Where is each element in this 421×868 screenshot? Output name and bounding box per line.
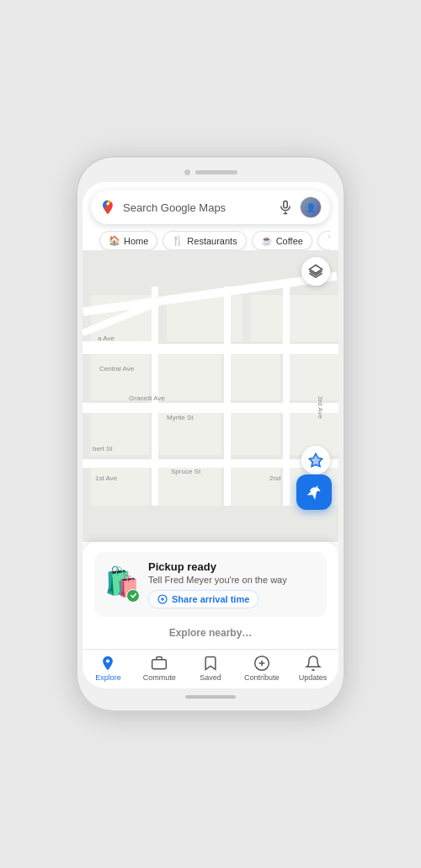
maps-logo-icon [99, 199, 116, 216]
map-area[interactable]: a Ave Central Ave Granelli Ave Myrtle St… [83, 250, 338, 542]
svg-rect-7 [91, 354, 150, 400]
svg-point-43 [106, 659, 109, 662]
restaurants-chip-icon: 🍴 [172, 235, 184, 246]
svg-rect-8 [158, 354, 221, 400]
commute-nav-icon [151, 655, 168, 672]
mic-icon[interactable] [278, 200, 293, 215]
search-input-text[interactable]: Search Google Maps [123, 201, 271, 214]
svg-text:Granelli Ave: Granelli Ave [129, 394, 166, 402]
check-badge [126, 589, 140, 603]
chip-restaurants-label: Restaurants [187, 236, 237, 246]
nav-label-contribute: Contribute [244, 673, 280, 682]
search-bar[interactable]: Search Google Maps 👤 [91, 190, 330, 224]
svg-rect-25 [283, 287, 290, 506]
chip-coffee-label: Coffee [276, 236, 303, 246]
updates-nav-icon [305, 655, 322, 672]
contribute-nav-icon [253, 655, 270, 672]
svg-rect-17 [230, 468, 280, 506]
svg-rect-15 [91, 468, 150, 506]
camera-dot [184, 169, 190, 175]
svg-text:a Ave: a Ave [98, 335, 115, 342]
pickup-card: 🛍️ Pickup ready Tell Fred Meyer you're o… [94, 552, 327, 617]
svg-rect-13 [230, 413, 280, 455]
nav-label-updates: Updates [299, 673, 328, 682]
navigation-button[interactable] [296, 474, 332, 510]
svg-marker-39 [310, 454, 322, 467]
chip-home-label: Home [124, 236, 148, 246]
speaker [195, 170, 237, 174]
home-indicator [185, 695, 236, 699]
location-button[interactable] [301, 446, 330, 474]
nav-label-explore: Explore [95, 673, 121, 682]
top-bar [83, 166, 338, 182]
svg-text:Central Ave: Central Ave [99, 365, 135, 372]
pickup-title: Pickup ready [148, 560, 317, 573]
svg-text:Spruce St: Spruce St [171, 468, 201, 475]
svg-text:Myrtle St: Myrtle St [167, 414, 194, 421]
bottom-nav: Explore Commute Saved [83, 649, 338, 689]
coffee-chip-icon: ☕ [261, 235, 273, 246]
svg-text:bert St: bert St [93, 445, 113, 453]
turn-icon [305, 483, 323, 501]
bottom-card: 🛍️ Pickup ready Tell Fred Meyer you're o… [83, 542, 338, 649]
chip-bars[interactable]: 🍸 B… [317, 231, 330, 250]
svg-text:2nd: 2nd [269, 474, 280, 482]
bars-chip-icon: 🍸 [327, 235, 330, 246]
home-chip-icon: 🏠 [109, 235, 120, 246]
pickup-info: Pickup ready Tell Fred Meyer you're on t… [148, 560, 317, 608]
checkmark-icon [130, 592, 137, 599]
svg-rect-20 [83, 403, 338, 413]
screen: Search Google Maps 👤 🏠 Home [83, 182, 338, 689]
svg-rect-6 [251, 295, 338, 341]
svg-text:3rd Ave: 3rd Ave [317, 396, 324, 420]
phone-shell: Search Google Maps 👤 🏠 Home [76, 156, 345, 712]
svg-rect-24 [224, 287, 231, 506]
svg-rect-10 [289, 354, 338, 400]
pickup-subtitle: Tell Fred Meyer you're on the way [148, 575, 317, 585]
svg-rect-44 [152, 660, 167, 669]
explore-nav-icon [99, 655, 116, 672]
nav-item-commute[interactable]: Commute [141, 655, 178, 682]
avatar-image: 👤 [301, 197, 321, 217]
chip-coffee[interactable]: ☕ Coffee [252, 231, 312, 250]
nav-label-commute: Commute [143, 673, 176, 682]
saved-nav-icon [202, 655, 219, 672]
compass-icon [308, 453, 323, 468]
layers-icon [308, 264, 323, 279]
svg-text:1st Ave: 1st Ave [95, 474, 118, 482]
search-area: Search Google Maps 👤 🏠 Home [83, 182, 338, 250]
avatar[interactable]: 👤 [300, 196, 322, 218]
svg-rect-9 [230, 354, 280, 400]
share-btn-label: Share arrival time [172, 594, 249, 604]
svg-rect-0 [284, 201, 288, 208]
nav-item-updates[interactable]: Updates [295, 655, 332, 682]
bag-icon-wrap: 🛍️ [104, 567, 140, 603]
share-arrival-button[interactable]: Share arrival time [148, 590, 258, 608]
explore-nearby-hint: Explore nearby… [94, 624, 327, 640]
svg-rect-21 [83, 459, 338, 468]
nav-item-saved[interactable]: Saved [192, 655, 229, 682]
nav-item-contribute[interactable]: Contribute [243, 655, 280, 682]
chip-restaurants[interactable]: 🍴 Restaurants [163, 231, 246, 250]
nav-label-saved: Saved [200, 673, 221, 682]
chips-row: 🏠 Home 🍴 Restaurants ☕ Coffee 🍸 B… [91, 224, 330, 250]
layers-button[interactable] [301, 257, 330, 286]
chip-home[interactable]: 🏠 Home [99, 231, 157, 250]
nav-item-explore[interactable]: Explore [89, 655, 126, 682]
share-icon [157, 594, 168, 604]
